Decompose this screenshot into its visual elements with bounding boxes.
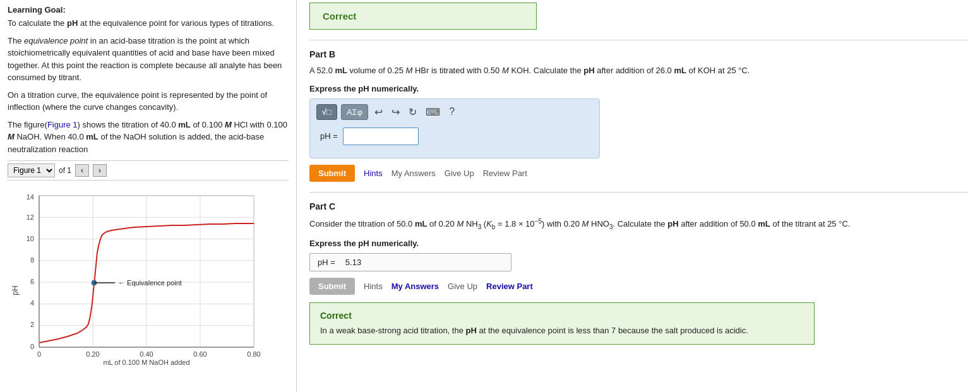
titration-chart: ← Equivalence point 0 2 4 6 8 10 12 14 0… [8,189,273,366]
part-b-math-toolbar: √□ ΑΣφ ↩ ↪ ↻ ⌨ ? pH = [309,98,600,158]
figure-of-label: of 1 [59,166,71,175]
part-c-ph-label: pH = [318,258,335,267]
part-b-give-up-label: Give Up [445,169,474,178]
part-c-correct-title: Correct [320,311,804,321]
svg-text:4: 4 [30,299,34,307]
toolbar-undo-button[interactable]: ↩ [372,105,385,119]
part-b-express-label: Express the pH numerically. [309,84,967,93]
paragraph2: On a titration curve, the equivalence po… [8,89,289,114]
svg-text:14: 14 [27,193,34,201]
figure-select[interactable]: Figure 1 [8,163,55,177]
toolbar-sqrt-button[interactable]: √□ [316,104,337,120]
svg-text:0: 0 [30,343,34,350]
part-c-title: Part C [309,201,967,211]
part-b-title: Part B [309,49,967,59]
part-c-submit-button: Submit [309,278,355,295]
part-b-my-answers-label: My Answers [391,169,436,178]
part-c-ph-row: pH = 5.13 [309,253,511,271]
figure-selector: Figure 1 of 1 ‹ › [8,160,289,181]
toolbar-refresh-button[interactable]: ↻ [406,105,419,119]
svg-text:6: 6 [30,278,34,285]
part-c-correct-text: In a weak base-strong acid titration, th… [320,324,804,337]
svg-text:12: 12 [27,213,34,221]
part-b-ph-label: pH = [320,131,338,141]
toolbar-redo-button[interactable]: ↪ [389,105,402,119]
part-b-submit-button[interactable]: Submit [309,165,355,182]
part-a-correct-banner: Correct [309,3,537,30]
svg-text:0.20: 0.20 [86,350,99,358]
part-b-hints-link[interactable]: Hints [364,169,383,178]
svg-text:← Equivalence point: ← Equivalence point [118,279,182,287]
part-c-question: Consider the titration of 50.0 mL of 0.2… [309,217,967,232]
part-c-action-row: Submit Hints My Answers Give Up Review P… [309,278,967,295]
svg-text:10: 10 [27,235,34,242]
right-panel: Correct Part B A 52.0 mL volume of 0.25 … [297,0,980,392]
toolbar-keyboard-button[interactable]: ⌨ [423,105,443,119]
svg-text:8: 8 [30,256,34,264]
paragraph1: The equivalence point in an acid-base ti… [8,35,289,84]
svg-text:pH: pH [11,285,20,295]
divider-2 [309,192,967,193]
svg-text:2: 2 [30,321,34,328]
toolbar-row: √□ ΑΣφ ↩ ↪ ↻ ⌨ ? [316,104,593,120]
part-b-action-row: Submit Hints My Answers Give Up Review P… [309,165,967,182]
toolbar-sigma-button[interactable]: ΑΣφ [341,104,368,120]
part-b-question: A 52.0 mL volume of 0.25 M HBr is titrat… [309,64,967,78]
part-b-ph-input[interactable] [343,128,419,145]
part-b-review-part-label: Review Part [483,169,527,178]
figure1-link[interactable]: Figure 1 [47,120,78,129]
part-c-hints-label: Hints [364,282,383,291]
part-c-review-part-link[interactable]: Review Part [486,282,533,291]
part-c-express-label: Express the pH numerically. [309,239,967,248]
svg-text:0.60: 0.60 [193,350,206,358]
part-c-my-answers-link[interactable]: My Answers [391,282,439,291]
part-c-ph-value: 5.13 [345,258,361,267]
svg-text:0.80: 0.80 [247,350,260,358]
svg-text:mL of 0.100 M NaOH added: mL of 0.100 M NaOH added [103,359,189,366]
part-c-give-up-label: Give Up [448,282,477,291]
correct-banner-text: Correct [323,11,356,21]
left-panel: Learning Goal: To calculate the pH at th… [0,0,297,392]
part-c-correct-box: Correct In a weak base-strong acid titra… [309,302,815,345]
part-b-ph-row: pH = [320,128,589,145]
svg-text:0.40: 0.40 [140,350,153,358]
chart-container: ← Equivalence point 0 2 4 6 8 10 12 14 0… [8,186,289,372]
figure-next-button[interactable]: › [93,164,107,177]
part-b-section: Part B A 52.0 mL volume of 0.25 M HBr is… [309,49,967,182]
svg-text:0: 0 [37,350,41,358]
paragraph3: The figure(Figure 1) shows the titration… [8,119,289,156]
divider-1 [309,40,967,40]
figure-prev-button[interactable]: ‹ [75,164,89,177]
toolbar-help-button[interactable]: ? [446,105,457,119]
learning-goal-text: To calculate the pH at the equivalence p… [8,17,289,30]
learning-goal-heading: Learning Goal: [8,5,289,15]
part-c-section: Part C Consider the titration of 50.0 mL… [309,201,967,345]
